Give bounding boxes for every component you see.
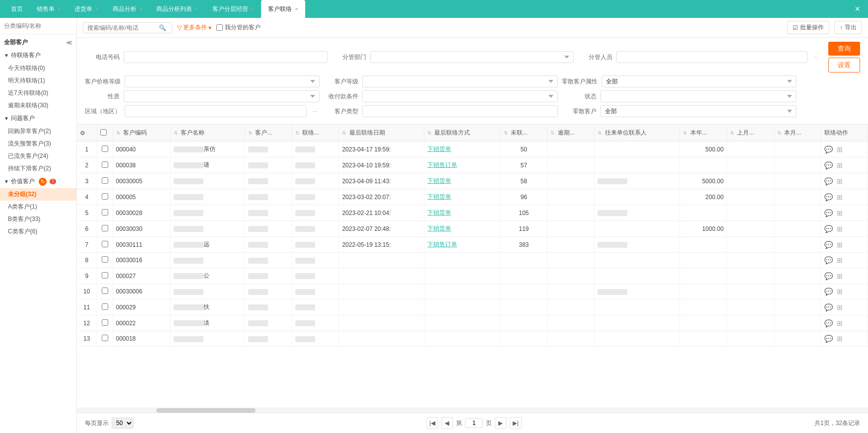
message-icon[interactable]: 💬	[824, 335, 833, 343]
search-icon[interactable]: 🔍	[159, 24, 166, 31]
row-checkbox[interactable]	[102, 256, 108, 263]
sidebar-item-today-pending[interactable]: 今天待联络(0)	[0, 62, 76, 74]
row-checkbox[interactable]	[102, 241, 108, 247]
grid-icon[interactable]: ⊞	[837, 272, 843, 280]
tab-product-analysis[interactable]: 商品分析 ×	[106, 0, 149, 18]
message-icon[interactable]: 💬	[824, 256, 833, 264]
category-search-input[interactable]	[4, 22, 77, 29]
close-icon[interactable]: ×	[295, 6, 298, 12]
retail-attr-select[interactable]: 全部	[601, 75, 797, 87]
row-checkbox[interactable]	[102, 225, 108, 231]
close-icon[interactable]: ×	[251, 6, 254, 12]
last-contact-method-cell[interactable]	[424, 315, 501, 331]
last-contact-method-cell[interactable]: 下销售订单	[424, 237, 501, 253]
message-icon[interactable]: 💬	[824, 209, 833, 217]
grid-icon[interactable]: ⊞	[837, 225, 843, 233]
grid-icon[interactable]: ⊞	[837, 319, 843, 327]
dept-select[interactable]	[370, 51, 574, 63]
grid-icon[interactable]: ⊞	[837, 209, 843, 217]
contact-method-link[interactable]: 下销货单	[427, 193, 451, 200]
refresh-icon[interactable]: ↻	[39, 178, 47, 186]
message-icon[interactable]: 💬	[824, 145, 833, 153]
last-contact-method-cell[interactable]: 下销货单	[424, 173, 501, 189]
this-month-column-header[interactable]: ⇅ 本月...	[774, 125, 821, 142]
message-icon[interactable]: 💬	[824, 193, 833, 201]
contact-method-link[interactable]: 下销货单	[427, 225, 451, 232]
sidebar-item-7days-pending[interactable]: 近7天待联络(0)	[0, 87, 76, 99]
query-button[interactable]: 查询	[828, 42, 860, 56]
message-icon[interactable]: 💬	[824, 225, 833, 233]
contact-person-column-header[interactable]: ⇅ 往来单位联系人	[595, 125, 680, 142]
overdue-column-header[interactable]: ⇅ 逾期...	[547, 125, 595, 142]
last-contact-method-cell[interactable]: 下销货单	[424, 189, 501, 205]
collapse-icon[interactable]: ≪	[66, 39, 72, 46]
sidebar-item-abnormal-repurchase[interactable]: 回购异常客户(2)	[0, 125, 76, 138]
sidebar-item-tomorrow-pending[interactable]: 明天待联络(1)	[0, 74, 76, 87]
last-contact-method-cell[interactable]	[424, 253, 501, 268]
contact-method-link[interactable]: 下销货单	[427, 177, 451, 184]
message-icon[interactable]: 💬	[824, 272, 833, 280]
tab-home[interactable]: 首页	[4, 0, 30, 18]
payment-select[interactable]	[362, 90, 558, 102]
tab-customer-contact[interactable]: 客户联络 ×	[261, 0, 305, 18]
last-contact-method-cell[interactable]	[424, 299, 501, 315]
customer-grade-select[interactable]	[362, 75, 558, 87]
row-checkbox[interactable]	[102, 272, 108, 279]
retail-customer-select[interactable]: 全部	[601, 105, 797, 117]
last-contact-method-cell[interactable]	[424, 268, 501, 284]
sidebar-item-class-b[interactable]: B类客户(33)	[0, 213, 76, 225]
grid-icon[interactable]: ⊞	[837, 193, 843, 201]
row-checkbox[interactable]	[102, 209, 108, 216]
sidebar-item-churn-warning[interactable]: 流失预警客户(3)	[0, 138, 76, 150]
this-year-column-header[interactable]: ⇅ 本年...	[680, 125, 727, 142]
contact-method-link[interactable]: 下销货单	[427, 209, 451, 216]
grid-icon[interactable]: ⊞	[837, 335, 843, 343]
main-search-input[interactable]	[87, 24, 157, 31]
sidebar-item-declining[interactable]: 持续下滑客户(2)	[0, 162, 76, 175]
region-more-icon[interactable]: ···	[311, 108, 320, 115]
page-number-input[interactable]	[465, 418, 483, 428]
price-grade-select[interactable]	[125, 75, 320, 87]
customer-type-column-header[interactable]: ⇅ 客户...	[245, 125, 292, 142]
contact-method-link[interactable]: 下销售订单	[427, 161, 457, 168]
close-icon[interactable]: ×	[95, 6, 98, 12]
grid-icon[interactable]: ⊞	[837, 303, 843, 311]
next-page-button[interactable]: ▶	[495, 417, 507, 429]
contact-method-link[interactable]: 下销货单	[427, 145, 451, 152]
scrollbar-thumb[interactable]	[156, 408, 256, 413]
tab-sales[interactable]: 销售单 ×	[30, 0, 67, 18]
message-icon[interactable]: 💬	[824, 319, 833, 327]
sidebar-item-class-a[interactable]: A类客户(1)	[0, 201, 76, 213]
row-checkbox[interactable]	[102, 161, 108, 168]
last-contact-method-cell[interactable]: 下销售订单	[424, 157, 501, 173]
sidebar-item-ungrouped[interactable]: 未分组(32)	[0, 188, 76, 201]
last-contact-method-cell[interactable]	[424, 331, 501, 347]
row-checkbox[interactable]	[102, 335, 108, 341]
value-group-toggle[interactable]: ▼ 价值客户 ↻ !	[0, 175, 76, 188]
sidebar-item-churned[interactable]: 已流失客户(24)	[0, 150, 76, 162]
batch-ops-button[interactable]: ☑ 批量操作	[787, 21, 829, 34]
grid-icon[interactable]: ⊞	[837, 256, 843, 264]
pending-group-toggle[interactable]: ▼ 待联络客户	[0, 49, 76, 62]
message-icon[interactable]: 💬	[824, 241, 833, 249]
reset-button[interactable]: 设置	[828, 58, 860, 72]
first-page-button[interactable]: |◀	[426, 417, 438, 429]
row-checkbox[interactable]	[102, 288, 108, 294]
last-contact-date-column-header[interactable]: ⇅ 最后联络日期	[339, 125, 424, 142]
sidebar-item-overdue-pending[interactable]: 逾期未联络(30)	[0, 99, 76, 112]
more-conditions-button[interactable]: ▽ 更多条件 ▾	[177, 23, 211, 32]
select-all-checkbox[interactable]	[100, 129, 107, 136]
page-size-select[interactable]: 50	[112, 418, 134, 429]
last-contact-method-cell[interactable]: 下销货单	[424, 205, 501, 221]
gear-column-header[interactable]: ⚙	[77, 125, 97, 142]
phone-input[interactable]	[124, 51, 328, 63]
row-checkbox[interactable]	[102, 177, 108, 184]
grid-icon[interactable]: ⊞	[837, 161, 843, 169]
prev-page-button[interactable]: ◀	[441, 417, 453, 429]
name-column-header[interactable]: ⇅ 客户名称	[170, 125, 245, 142]
no-contact-days-column-header[interactable]: ⇅ 未联...	[500, 125, 547, 142]
grid-icon[interactable]: ⊞	[837, 241, 843, 249]
my-customers-checkbox[interactable]: 我分管的客户	[216, 23, 261, 32]
export-button[interactable]: ↑ 导出	[834, 21, 862, 34]
row-checkbox[interactable]	[102, 193, 108, 200]
